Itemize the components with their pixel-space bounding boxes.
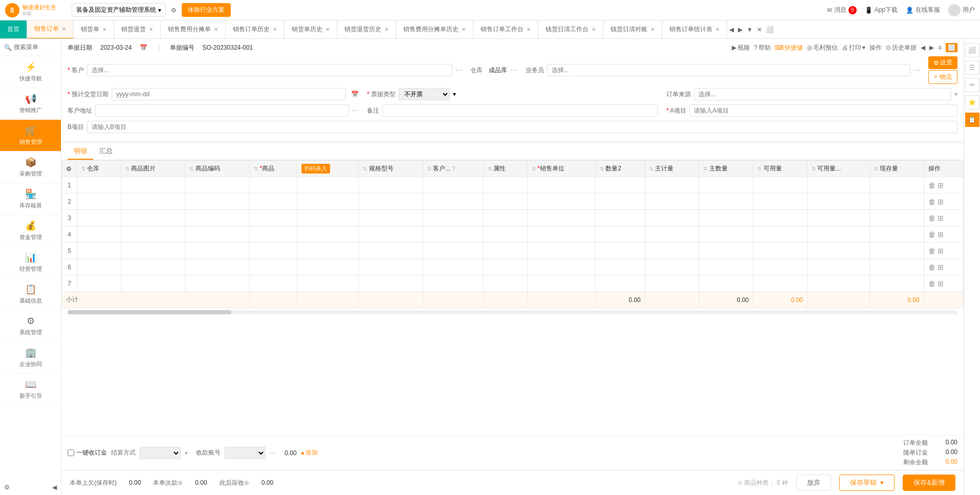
- copy-row-icon[interactable]: ⊞: [938, 198, 944, 206]
- shortcut-button[interactable]: ⌨ 快捷键: [775, 44, 803, 52]
- delete-row-icon[interactable]: 🗑: [928, 214, 935, 222]
- app-download-button[interactable]: 📱 App下载: [865, 6, 898, 14]
- tab-order-workbench[interactable]: 销售订单工作台 ✕: [473, 20, 538, 39]
- add-payment-button[interactable]: ● 添加: [301, 448, 318, 457]
- order-source-input[interactable]: [694, 88, 951, 100]
- col-settings[interactable]: ⚙: [62, 161, 77, 177]
- sidebar-item-system[interactable]: ⚙ 系统管理: [0, 310, 61, 342]
- tab-sales-return[interactable]: 销货退货 ✕: [114, 20, 161, 39]
- copy-row-icon[interactable]: ⊞: [938, 263, 944, 271]
- one-click-checkbox-input[interactable]: [68, 449, 74, 456]
- delete-row-icon[interactable]: 🗑: [928, 247, 935, 255]
- help-button[interactable]: ? 帮助: [754, 44, 771, 52]
- invoice-type-select[interactable]: 不开票 开票: [399, 88, 450, 100]
- sidebar-item-guide[interactable]: 📖 新手引导: [0, 374, 61, 405]
- b-project-input[interactable]: [87, 121, 957, 133]
- print-button[interactable]: 🖨 打印 ▾: [842, 44, 865, 52]
- tab-summary[interactable]: 汇总: [93, 143, 119, 160]
- industry-solution-button[interactable]: 体验行业方案: [182, 3, 231, 17]
- tab-close-icon[interactable]: ✕: [462, 27, 466, 32]
- right-panel-icon-5[interactable]: 📋: [965, 113, 979, 127]
- tab-close-icon[interactable]: ✕: [149, 27, 153, 32]
- tab-close-icon[interactable]: ✕: [62, 26, 66, 32]
- print-dropdown-icon[interactable]: ▾: [862, 44, 865, 51]
- address-input[interactable]: [95, 104, 349, 117]
- col-scan[interactable]: 扫码录入: [297, 161, 359, 177]
- salesperson-more-icon[interactable]: ···: [913, 66, 920, 75]
- tab-close-icon[interactable]: ✕: [214, 27, 218, 32]
- col-code[interactable]: ⇅ 商品编码: [185, 161, 249, 177]
- sidebar-item-marketing[interactable]: 📢 营销推广: [0, 88, 61, 120]
- delete-row-icon[interactable]: 🗑: [928, 198, 935, 206]
- tab-close-icon[interactable]: ✕: [592, 27, 596, 32]
- copy-row-icon[interactable]: ⊞: [938, 230, 944, 239]
- tab-sales-order[interactable]: 销售订单 ✕: [27, 20, 74, 39]
- sidebar-item-purchase[interactable]: 📦 采购管理: [0, 152, 61, 183]
- delivery-date-input[interactable]: [112, 88, 346, 100]
- tab-nav-prev[interactable]: ◀: [727, 26, 736, 33]
- next-record-icon[interactable]: ▶: [929, 44, 934, 51]
- sidebar-item-enterprise[interactable]: 🏢 企业协同: [0, 342, 61, 374]
- tab-close-icon[interactable]: ✕: [650, 27, 655, 32]
- col-attr[interactable]: ⇅ 属性: [483, 161, 527, 177]
- copy-row-icon[interactable]: ⊞: [938, 181, 944, 189]
- tab-sales-stats[interactable]: 销售订单统计表 ✕: [662, 20, 727, 39]
- col-current-qty[interactable]: ⇅ 现存量: [869, 161, 924, 177]
- tab-invoice-history[interactable]: 销货单历史 ✕: [285, 20, 337, 39]
- sidebar-item-sales[interactable]: 🛒 销售管理: [0, 120, 61, 152]
- save-new-button[interactable]: 保存&新增: [903, 475, 955, 491]
- col-spec[interactable]: ⇅ 规格型号: [359, 161, 423, 177]
- tab-home[interactable]: 首页: [0, 20, 27, 39]
- sidebar-item-quick-nav[interactable]: ⚡ 快捷导航: [0, 56, 61, 88]
- discard-button[interactable]: 放弃: [796, 475, 831, 491]
- tab-close-all[interactable]: ✕: [755, 26, 764, 33]
- tab-close-icon[interactable]: ✕: [715, 27, 720, 32]
- tab-daily-reconcile[interactable]: 钱货日清对账 ✕: [603, 20, 662, 39]
- address-more-icon[interactable]: ···: [352, 106, 359, 115]
- tab-close-icon[interactable]: ✕: [384, 27, 388, 32]
- payment-method-select[interactable]: [140, 447, 181, 459]
- account-select[interactable]: [225, 447, 266, 459]
- tab-return-history[interactable]: 销货退货历史 ✕: [337, 20, 396, 39]
- tab-nav-next[interactable]: ▶: [736, 26, 745, 33]
- right-panel-icon-1[interactable]: ⬜: [965, 43, 979, 57]
- col-unit[interactable]: ⇅ *销售单位: [527, 161, 595, 177]
- tab-sales-order-history[interactable]: 销售订单历史 ✕: [226, 20, 285, 39]
- tab-nav-menu[interactable]: ▼: [745, 26, 755, 33]
- sidebar-item-basic[interactable]: 📋 基础信息: [0, 278, 61, 310]
- tab-sales-expense[interactable]: 销售费用分摊单 ✕: [161, 20, 226, 39]
- tab-close-icon[interactable]: ✕: [325, 27, 330, 32]
- table-settings-icon[interactable]: ⚙: [66, 165, 72, 173]
- system-selector[interactable]: 装备及固定资产辅助管理系统 ▾: [72, 3, 166, 17]
- copy-row-icon[interactable]: ⊞: [938, 214, 944, 222]
- col-image[interactable]: ⇅ 商品图片: [121, 161, 185, 177]
- salesperson-input[interactable]: [547, 64, 910, 76]
- online-service-button[interactable]: 👤 在线客服: [906, 6, 940, 14]
- warehouse-more-icon[interactable]: ···: [510, 66, 517, 75]
- right-panel-icon-4[interactable]: ⭐: [965, 95, 979, 110]
- col-avail-qty2[interactable]: ⇅ 可用量...: [807, 161, 869, 177]
- sidebar-item-ops[interactable]: 📊 经营管理: [0, 247, 61, 278]
- tab-maximize[interactable]: ⬜: [764, 26, 776, 33]
- col-main-unit[interactable]: ⇅ 主计量: [645, 161, 699, 177]
- col-qty2[interactable]: ⇅ 数量2: [595, 161, 645, 177]
- col-main-qty[interactable]: ⇅ 主数量: [699, 161, 753, 177]
- tab-detail[interactable]: 明细: [68, 143, 93, 160]
- prev-record-icon[interactable]: ◀: [921, 44, 925, 51]
- sidebar-settings-icon[interactable]: ⚙: [4, 484, 10, 491]
- tab-expense-history[interactable]: 销售费用分摊单历史 ✕: [396, 20, 473, 39]
- one-click-payment-checkbox[interactable]: 一键收订金: [68, 448, 107, 457]
- delete-row-icon[interactable]: 🗑: [928, 279, 935, 288]
- save-draft-dropdown-icon[interactable]: ▾: [880, 479, 884, 486]
- calendar2-icon[interactable]: 📅: [351, 91, 359, 98]
- user-button[interactable]: 用户: [948, 4, 975, 16]
- sidebar-collapse-icon[interactable]: ◀: [52, 484, 57, 491]
- sidebar-item-finance[interactable]: 💰 资金管理: [0, 215, 61, 247]
- view-toggle-icon[interactable]: ≡: [938, 44, 942, 51]
- add-logistics-button[interactable]: + 物流: [928, 70, 957, 84]
- right-panel-icon-2[interactable]: ☰: [965, 60, 979, 75]
- remarks-input[interactable]: [382, 104, 658, 117]
- right-panel-icon-3[interactable]: ✏: [965, 78, 979, 92]
- col-avail-qty[interactable]: ⇅ 可用量: [753, 161, 808, 177]
- col-customer-info[interactable]: ⇅ 客户... ?: [423, 161, 483, 177]
